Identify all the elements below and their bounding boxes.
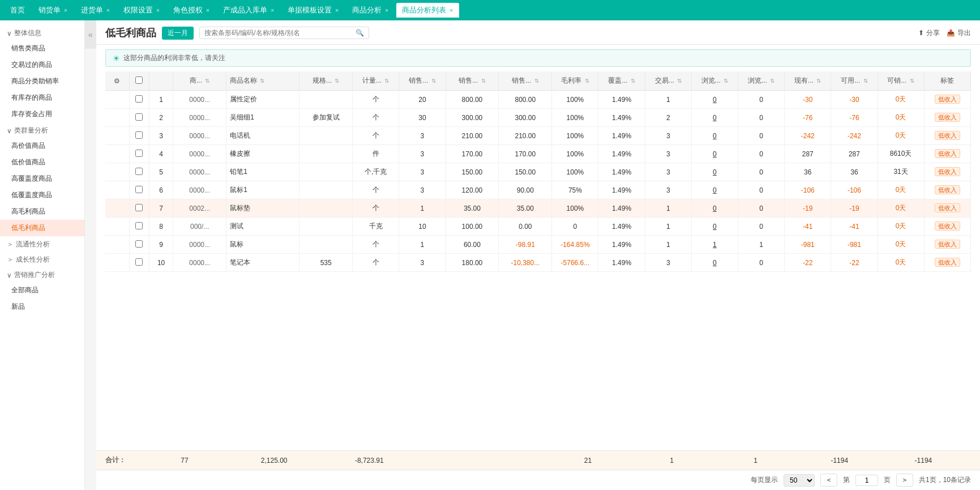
nav-close-role[interactable]: ×	[206, 7, 209, 14]
nav-permission[interactable]: 权限设置 ×	[118, 3, 165, 18]
cell-name[interactable]: 橡皮擦	[226, 145, 299, 163]
row-checkbox[interactable]	[135, 150, 143, 157]
col-trade-header[interactable]: 交易... ⇅	[645, 71, 691, 91]
row-checkbox[interactable]	[135, 186, 143, 193]
cell-name[interactable]: 吴细细1	[226, 109, 299, 127]
cell-checkbox[interactable]	[129, 254, 149, 272]
date-filter-button[interactable]: 近一月	[162, 27, 194, 40]
cell-view1[interactable]: 0	[691, 218, 738, 236]
row-checkbox[interactable]	[135, 258, 143, 266]
cell-view1[interactable]: 1	[691, 236, 738, 254]
cell-checkbox[interactable]	[129, 199, 149, 218]
sidebar-item-stock-capital[interactable]: 库存资金占用	[0, 106, 84, 122]
search-input[interactable]	[204, 29, 352, 37]
row-checkbox[interactable]	[135, 131, 143, 139]
cell-name[interactable]: 鼠标	[226, 236, 299, 254]
cell-name[interactable]: 测试	[226, 218, 299, 236]
col-salesqty-header[interactable]: 销售... ⇅	[399, 71, 446, 91]
cell-checkbox[interactable]	[129, 109, 149, 127]
sidebar-group-circulation[interactable]: ＞ 流通性分析	[0, 236, 84, 252]
row-checkbox[interactable]	[135, 95, 143, 103]
col-gross-header[interactable]: 毛利率 ⇅	[552, 71, 598, 91]
sidebar-group-growth[interactable]: ＞ 成长性分析	[0, 252, 84, 267]
cell-name[interactable]: 电话机	[226, 127, 299, 145]
cell-checkbox[interactable]	[129, 127, 149, 145]
col-settings[interactable]: ⚙	[105, 71, 129, 91]
nav-close-purchase[interactable]: ×	[106, 7, 110, 14]
sidebar-item-low-coverage[interactable]: 低覆盖度商品	[0, 187, 84, 203]
row-checkbox[interactable]	[135, 168, 143, 175]
cell-checkbox[interactable]	[129, 181, 149, 199]
page-number-input[interactable]	[855, 475, 878, 486]
col-available-header[interactable]: 可用... ⇅	[831, 71, 878, 91]
col-salesprice-header[interactable]: 销售... ⇅	[446, 71, 499, 91]
prev-page-btn[interactable]: ＜	[820, 474, 837, 487]
col-spec-header[interactable]: 规格... ⇅	[299, 71, 353, 91]
col-view1-header[interactable]: 浏览... ⇅	[691, 71, 738, 91]
sidebar-item-high-margin[interactable]: 高毛利商品	[0, 203, 84, 220]
nav-close-analysis-list[interactable]: ×	[450, 7, 453, 14]
nav-close-inbound[interactable]: ×	[271, 7, 274, 14]
col-cover-header[interactable]: 覆盖... ⇅	[598, 71, 645, 91]
sidebar-item-sales-products[interactable]: 销售类商品	[0, 40, 84, 57]
col-view2-header[interactable]: 浏览... ⇅	[738, 71, 785, 91]
cell-name[interactable]: 鼠标垫	[226, 199, 299, 218]
nav-close-permission[interactable]: ×	[156, 7, 160, 14]
col-checkbox-header[interactable]	[129, 71, 149, 91]
per-page-select[interactable]: 50 20 100	[784, 474, 815, 487]
nav-home[interactable]: 首页	[5, 3, 31, 18]
row-checkbox[interactable]	[135, 113, 143, 121]
sidebar-item-category-rate[interactable]: 商品分类助销率	[0, 73, 84, 90]
cell-view1[interactable]: 0	[691, 181, 738, 199]
select-all-checkbox[interactable]	[135, 76, 143, 84]
sidebar-item-low-margin[interactable]: 低毛利商品	[0, 220, 84, 236]
sidebar-group-marketing[interactable]: ∨ 营销推广分析	[0, 267, 84, 282]
cell-view1[interactable]: 0	[691, 91, 738, 109]
nav-sales-order[interactable]: 销货单 ×	[33, 3, 73, 18]
sidebar-item-high-value[interactable]: 高价值商品	[0, 138, 84, 154]
nav-close-template[interactable]: ×	[335, 7, 339, 14]
col-name-header[interactable]: 商品名称 ⇅	[226, 71, 299, 91]
nav-product-analysis-list[interactable]: 商品分析列表 ×	[396, 3, 459, 18]
cell-view1[interactable]: 0	[691, 109, 738, 127]
sidebar-group-overall[interactable]: ∨ 整体信息	[0, 25, 84, 40]
sidebar-item-high-coverage[interactable]: 高覆盖度商品	[0, 171, 84, 187]
sidebar-item-new-products[interactable]: 新品	[0, 299, 84, 315]
search-icon[interactable]: 🔍	[356, 29, 364, 37]
nav-close-sales[interactable]: ×	[64, 7, 67, 14]
sidebar-collapse-btn[interactable]: «	[85, 20, 96, 49]
cell-checkbox[interactable]	[129, 163, 149, 181]
cell-checkbox[interactable]	[129, 145, 149, 163]
sidebar-group-cluster[interactable]: ∨ 类群量分析	[0, 122, 84, 138]
row-checkbox[interactable]	[135, 240, 143, 248]
cell-view1[interactable]: 0	[691, 145, 738, 163]
sidebar-item-low-value[interactable]: 低价值商品	[0, 154, 84, 171]
cell-name[interactable]: 笔记本	[226, 254, 299, 272]
col-unit-header[interactable]: 计量... ⇅	[353, 71, 399, 91]
cell-checkbox[interactable]	[129, 218, 149, 236]
cell-view1[interactable]: 0	[691, 127, 738, 145]
row-checkbox[interactable]	[135, 204, 143, 211]
nav-role-auth[interactable]: 角色授权 ×	[168, 3, 215, 18]
cell-view1[interactable]: 0	[691, 163, 738, 181]
cell-name[interactable]: 属性定价	[226, 91, 299, 109]
nav-product-inbound[interactable]: 产成品入库单 ×	[217, 3, 280, 18]
nav-purchase-order[interactable]: 进货单 ×	[75, 3, 115, 18]
nav-template-settings[interactable]: 单据模板设置 ×	[282, 3, 344, 18]
row-checkbox[interactable]	[135, 222, 143, 229]
next-page-btn[interactable]: ＞	[896, 474, 913, 487]
cell-checkbox[interactable]	[129, 236, 149, 254]
col-salesprofit-header[interactable]: 销售... ⇅	[499, 71, 552, 91]
cell-name[interactable]: 鼠标1	[226, 181, 299, 199]
col-code-header[interactable]: 商... ⇅	[173, 71, 226, 91]
col-current-header[interactable]: 现有... ⇅	[785, 71, 831, 91]
sidebar-item-all-products[interactable]: 全部商品	[0, 282, 84, 299]
cell-name[interactable]: 铅笔1	[226, 163, 299, 181]
export-button[interactable]: 📤 导出	[947, 28, 971, 38]
share-button[interactable]: ⬆ 分享	[918, 28, 940, 38]
cell-checkbox[interactable]	[129, 91, 149, 109]
nav-close-analysis[interactable]: ×	[385, 7, 388, 14]
sidebar-item-traded-products[interactable]: 交易过的商品	[0, 57, 84, 73]
col-sellable-header[interactable]: 可销... ⇅	[878, 71, 924, 91]
sidebar-item-in-stock[interactable]: 有库存的商品	[0, 90, 84, 106]
